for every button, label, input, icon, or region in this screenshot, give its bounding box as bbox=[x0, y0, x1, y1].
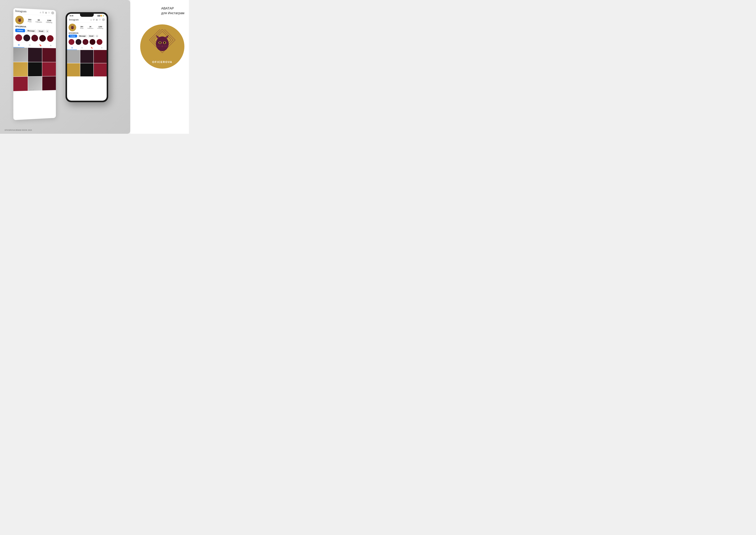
phone-tabs: ⊞ ⊟ 🔖 ⊕ bbox=[67, 46, 107, 50]
phone-avatar-icon[interactable] bbox=[102, 18, 105, 21]
svg-point-3 bbox=[156, 37, 169, 51]
flat-ig-logo: Instagram bbox=[15, 9, 27, 13]
flat-grid-7 bbox=[14, 77, 28, 91]
phone-more-button[interactable]: ∨ bbox=[95, 35, 98, 38]
phone-filter-icon[interactable]: ▽ bbox=[93, 18, 94, 21]
flat-grid-5 bbox=[28, 62, 42, 76]
phone-notch bbox=[80, 14, 94, 17]
flat-story-3[interactable] bbox=[31, 35, 38, 42]
flat-grid-2 bbox=[28, 48, 42, 62]
phone-screen: 10:25 ▐▐▐ 📶 🔋 Instagram ⌂ ▽ ◎ ♡ bbox=[67, 14, 107, 101]
flat-tabs: ⊞ ⊟ 🔖 ⊕ bbox=[14, 42, 56, 48]
flat-followers-label: Followers bbox=[36, 21, 42, 23]
flat-grid-9 bbox=[42, 76, 56, 90]
phone-ig-stats: 364 Posts 3K Followers 1290 Following bbox=[78, 26, 105, 29]
flat-story-5[interactable] bbox=[47, 35, 54, 42]
phone-tab-tagged[interactable]: ⊕ bbox=[97, 46, 107, 50]
status-icons: ▐▐▐ 📶 🔋 bbox=[97, 15, 104, 16]
flat-tab-grid[interactable]: ⊞ bbox=[14, 42, 24, 47]
flat-more-button[interactable]: ∨ bbox=[46, 29, 49, 33]
flat-ig-header-icons: ⌂ ▽ ◎ ♡ bbox=[40, 11, 54, 14]
status-time: 10:25 bbox=[69, 15, 73, 16]
phone-grid-2 bbox=[80, 50, 93, 63]
phone-story-3[interactable] bbox=[83, 39, 88, 45]
flat-grid-1 bbox=[14, 47, 28, 62]
phone-message-button[interactable]: Message bbox=[78, 35, 87, 38]
phone-stat-followers: 3K Followers bbox=[88, 26, 94, 29]
flat-followers-count: 3K bbox=[36, 19, 42, 21]
phone-stat-following: 1290 Following bbox=[97, 26, 103, 29]
phone-posts-count: 364 bbox=[80, 26, 84, 28]
phone-profile-section: 364 Posts 3K Followers 1290 Following bbox=[67, 22, 107, 32]
flat-profile-avatar bbox=[15, 15, 24, 24]
flat-profile-section: 364 Posts 3K Followers 1290 Following bbox=[14, 14, 56, 27]
title-line2: для Инстаграм bbox=[161, 11, 184, 15]
flat-story-1[interactable] bbox=[15, 34, 22, 41]
flat-posts-count: 364 bbox=[28, 18, 32, 21]
flat-story-4[interactable] bbox=[39, 35, 46, 42]
footer: OFICEROVA BRAND BOOK 2024 bbox=[5, 129, 32, 131]
phone-email-button[interactable]: Email bbox=[88, 35, 95, 38]
flat-story-2[interactable] bbox=[23, 35, 30, 41]
flat-panther-icon bbox=[16, 17, 23, 23]
phone-compass-icon[interactable]: ◎ bbox=[96, 18, 98, 21]
flat-avatar-icon[interactable] bbox=[51, 11, 54, 14]
flat-grid-4 bbox=[14, 62, 28, 76]
flat-stat-posts: 364 Posts bbox=[28, 18, 32, 22]
flat-grid-6 bbox=[42, 62, 56, 76]
flat-following-count: 1290 bbox=[46, 19, 52, 22]
phone-tab-saved[interactable]: 🔖 bbox=[87, 46, 97, 50]
svg-point-32 bbox=[72, 27, 72, 28]
flat-message-button[interactable]: Message bbox=[26, 29, 37, 33]
flat-stat-following: 1290 Following bbox=[46, 19, 52, 23]
big-avatar-brand-name: OFICEROVA bbox=[152, 61, 173, 64]
flat-ig-stats: 364 Posts 3K Followers 1290 Following bbox=[26, 18, 54, 23]
phone-following-label: Following bbox=[97, 28, 103, 29]
flat-mockup: Instagram ⌂ ▽ ◎ ♡ 364 bbox=[14, 8, 56, 120]
phone-followers-label: Followers bbox=[88, 28, 94, 29]
right-panel: АВАТАР для Инстаграм bbox=[130, 0, 189, 134]
phone-follow-button[interactable]: Follow bbox=[68, 35, 77, 38]
phone-mockup: 10:25 ▐▐▐ 📶 🔋 Instagram ⌂ ▽ ◎ ♡ bbox=[66, 12, 108, 102]
phone-story-5[interactable] bbox=[96, 39, 102, 45]
home-icon[interactable]: ⌂ bbox=[40, 11, 41, 14]
phone-content: Instagram ⌂ ▽ ◎ ♡ bbox=[67, 17, 107, 76]
phone-heart-icon[interactable]: ♡ bbox=[99, 18, 101, 21]
flat-follow-button[interactable]: Follow bbox=[15, 29, 25, 32]
phone-story-4[interactable] bbox=[90, 39, 95, 45]
phone-ig-header: Instagram ⌂ ▽ ◎ ♡ bbox=[67, 17, 107, 22]
phone-panther-icon bbox=[69, 24, 75, 31]
heart-icon[interactable]: ♡ bbox=[48, 12, 50, 14]
phone-tab-grid[interactable]: ⊞ bbox=[67, 46, 77, 50]
panther-icon bbox=[147, 29, 177, 60]
phone-story-1[interactable] bbox=[68, 39, 74, 45]
flat-stories bbox=[14, 33, 56, 43]
footer-text: OFICEROVA BRAND BOOK 2024 bbox=[5, 129, 32, 131]
flat-tab-saved[interactable]: 🔖 bbox=[35, 43, 45, 48]
phone-posts-label: Posts bbox=[80, 28, 84, 29]
phone-grid-4 bbox=[67, 63, 80, 76]
svg-point-10 bbox=[159, 42, 161, 43]
flat-tab-tagged[interactable]: ⊕ bbox=[45, 43, 56, 48]
phone-story-2[interactable] bbox=[76, 39, 81, 45]
phone-followers-count: 3K bbox=[88, 26, 94, 28]
phone-home-icon[interactable]: ⌂ bbox=[91, 18, 92, 21]
phone-ig-header-icons: ⌂ ▽ ◎ ♡ bbox=[91, 18, 105, 21]
flat-email-button[interactable]: Email bbox=[37, 29, 45, 33]
filter-icon[interactable]: ▽ bbox=[42, 11, 44, 14]
phone-profile-avatar bbox=[68, 24, 76, 31]
phone-grid-1 bbox=[67, 50, 80, 63]
phone-stories bbox=[67, 39, 107, 46]
big-avatar: OFICEROVA bbox=[140, 24, 184, 69]
flat-tab-igtv[interactable]: ⊟ bbox=[24, 43, 35, 48]
svg-point-33 bbox=[73, 27, 73, 28]
flat-grid-3 bbox=[42, 48, 56, 62]
page-title: АВАТАР для Инстаграм bbox=[161, 6, 184, 15]
phone-tab-igtv[interactable]: ⊟ bbox=[77, 46, 87, 50]
phone-ig-logo: Instagram bbox=[69, 18, 79, 21]
phone-following-count: 1290 bbox=[97, 26, 103, 28]
svg-point-11 bbox=[164, 42, 165, 43]
phone-photo-grid bbox=[67, 50, 107, 76]
phone-action-buttons: Follow Message Email ∨ bbox=[67, 35, 107, 39]
compass-icon[interactable]: ◎ bbox=[45, 11, 47, 14]
